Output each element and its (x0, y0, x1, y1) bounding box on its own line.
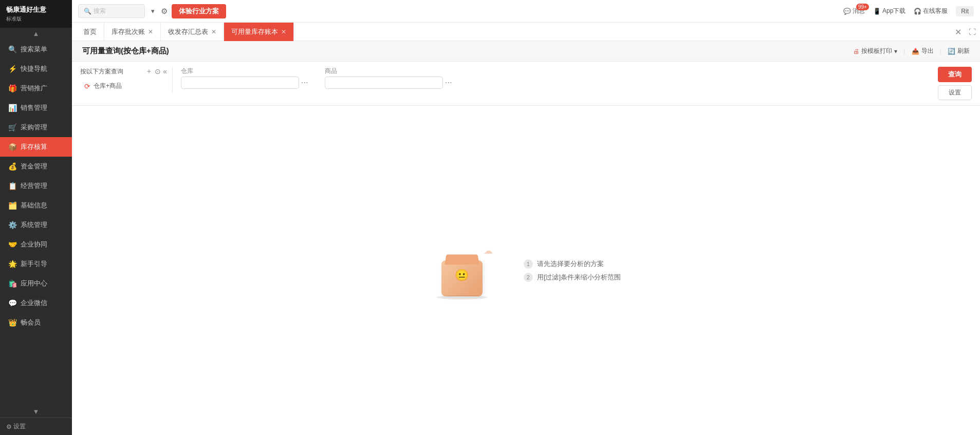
sidebar-footer[interactable]: ⚙ 设置 (0, 418, 72, 435)
scheme-collapse-btn[interactable]: « (163, 67, 167, 75)
msg-btn[interactable]: 💬 消息 99+ (843, 7, 865, 15)
sidebar-header: 畅康通好生意 标准版 (0, 0, 72, 28)
refresh-label: 刷新 (957, 47, 970, 55)
empty-shadow (436, 295, 488, 299)
sidebar-icon-purchase: 🛒 (8, 123, 16, 131)
tab-close-in-out-summary[interactable]: ✕ (211, 28, 216, 35)
print-dropdown-icon[interactable]: ▾ (894, 48, 897, 55)
user-menu-btn[interactable]: Rit (956, 6, 974, 16)
tab-label-in-out-summary: 收发存汇总表 (168, 27, 208, 36)
sidebar-label-guide: 新手引导 (21, 259, 47, 269)
goods-input[interactable] (325, 77, 443, 89)
scheme-item-warehouse-goods[interactable]: ⟳ 仓库+商品 (80, 79, 167, 93)
sidebar-label-purchase: 采购管理 (21, 123, 47, 132)
sidebar-label-operation: 经营管理 (21, 181, 47, 191)
support-label: 在线客服 (923, 7, 948, 15)
sidebar-label-app-center: 应用中心 (21, 279, 47, 288)
sidebar-item-marketing[interactable]: 🎁营销推广 (0, 79, 72, 98)
warehouse-input[interactable] (181, 77, 299, 89)
tab-batch-ledger[interactable]: 库存批次账✕ (104, 23, 161, 41)
export-icon: 📤 (912, 48, 919, 55)
sidebar-item-member[interactable]: 👑畅会员 (0, 313, 72, 332)
empty-tip-2: 2 用[过滤]条件来缩小分析范围 (524, 273, 621, 282)
sidebar-item-app-center[interactable]: 🛍️应用中心 (0, 274, 72, 293)
sidebar-label-finance: 资金管理 (21, 162, 47, 171)
sidebar-item-purchase[interactable]: 🛒采购管理 (0, 118, 72, 137)
tab-close-available-ledger[interactable]: ✕ (281, 28, 286, 35)
tabs-expand-btn[interactable]: ⛶ (969, 28, 976, 36)
sidebar-label-member: 畅会员 (21, 318, 41, 327)
tab-in-out-summary[interactable]: 收发存汇总表✕ (161, 23, 224, 41)
topbar-gear-btn[interactable]: ⚙ (161, 7, 168, 16)
sidebar-label-marketing: 营销推广 (21, 84, 47, 93)
sidebar-item-enterprise[interactable]: 🤝企业协同 (0, 235, 72, 254)
trial-btn[interactable]: 体验行业方案 (172, 4, 226, 18)
sidebar-nav: 🔍搜索菜单⚡快捷导航🎁营销推广📊销售管理🛒采购管理📦库存核算💰资金管理📋经营管理… (0, 40, 72, 406)
sidebar-icon-inventory: 📦 (8, 143, 16, 151)
empty-tips: 1 请先选择要分析的方案 2 用[过滤]条件来缩小分析范围 (524, 259, 621, 282)
sidebar-icon-enterprise: 🤝 (8, 240, 16, 249)
msg-badge: 99+ (856, 4, 869, 10)
topbar-search[interactable]: 🔍 搜索 (78, 4, 145, 18)
filter-scheme-panel: 按以下方案查询 ＋ ⊙ « ⟳ 仓库+商品 (80, 67, 173, 93)
sidebar-item-quick-nav[interactable]: ⚡快捷导航 (0, 59, 72, 79)
sidebar-label-wechat: 企业微信 (21, 298, 47, 308)
sidebar-item-sales[interactable]: 📊销售管理 (0, 98, 72, 118)
support-icon: 🎧 (914, 8, 921, 15)
scheme-settings-btn[interactable]: ⊙ (155, 67, 161, 75)
settings-icon: ⚙ (6, 423, 12, 430)
sidebar-label-system: 系统管理 (21, 220, 47, 230)
tabs-close-all-btn[interactable]: ✕ (955, 27, 961, 36)
app-label: App下载 (882, 7, 905, 15)
sidebar-item-finance[interactable]: 💰资金管理 (0, 157, 72, 176)
page-header: 可用量查询(按仓库+商品) 🖨 按模板打印 ▾ | 📤 导出 | 🔄 刷新 (72, 41, 980, 62)
sidebar-label-enterprise: 企业协同 (21, 240, 47, 249)
sidebar-scroll-down[interactable]: ▼ (0, 406, 72, 418)
export-btn[interactable]: 📤 导出 (912, 47, 934, 55)
sidebar-icon-finance: 💰 (8, 162, 16, 171)
filter-settings-btn[interactable]: 设置 (938, 85, 972, 100)
app-icon: 📱 (873, 8, 881, 15)
query-btn[interactable]: 查询 (938, 67, 972, 82)
sidebar-icon-wechat: 💬 (8, 299, 16, 307)
tab-home[interactable]: 首页 (76, 23, 104, 41)
print-btn[interactable]: 🖨 按模板打印 ▾ (853, 47, 897, 55)
sidebar-item-system[interactable]: ⚙️系统管理 (0, 215, 72, 235)
goods-filter-field: 商品 ··· (325, 67, 458, 89)
tabs-bar: 首页库存批次账✕收发存汇总表✕可用量库存账本✕✕ ⛶ (72, 23, 980, 41)
sidebar-icon-member: 👑 (8, 318, 16, 327)
tab-available-ledger[interactable]: 可用量库存账本✕ (224, 23, 294, 41)
sidebar-label-basic: 基础信息 (21, 201, 47, 210)
sidebar-item-wechat[interactable]: 💬企业微信 (0, 293, 72, 313)
empty-box: 😐 (441, 260, 483, 296)
sidebar-item-inventory[interactable]: 📦库存核算 (0, 137, 72, 157)
filter-area: 按以下方案查询 ＋ ⊙ « ⟳ 仓库+商品 仓库 ··· (72, 62, 980, 106)
topbar-right: 💬 消息 99+ 📱 App下载 🎧 在线客服 Rit (843, 6, 974, 16)
sidebar-item-search[interactable]: 🔍搜索菜单 (0, 40, 72, 59)
sidebar-icon-app-center: 🛍️ (8, 279, 16, 288)
sidebar-icon-guide: 🌟 (8, 260, 16, 268)
sidebar-item-basic[interactable]: 🗂️基础信息 (0, 196, 72, 215)
empty-section: ☁ 😐 1 请先选择要分析的方案 2 用[过滤]条件来缩小分析范围 (431, 245, 621, 296)
support-btn[interactable]: 🎧 在线客服 (914, 7, 948, 15)
sidebar: 畅康通好生意 标准版 ▲ 🔍搜索菜单⚡快捷导航🎁营销推广📊销售管理🛒采购管理📦库… (0, 0, 72, 435)
action-divider-2: | (940, 47, 941, 55)
sidebar-subtitle: 标准版 (6, 15, 66, 23)
sidebar-scroll-up[interactable]: ▲ (0, 28, 72, 40)
tip-num-1: 1 (524, 259, 533, 269)
tab-close-batch-ledger[interactable]: ✕ (148, 28, 153, 35)
warehouse-more-btn[interactable]: ··· (301, 78, 308, 87)
sidebar-label-quick-nav: 快捷导航 (21, 64, 47, 73)
sidebar-item-guide[interactable]: 🌟新手引导 (0, 254, 72, 274)
scheme-add-btn[interactable]: ＋ (145, 67, 153, 76)
warehouse-filter-field: 仓库 ··· (181, 67, 315, 89)
app-download-btn[interactable]: 📱 App下载 (873, 7, 905, 15)
topbar-dropdown-btn[interactable]: ▾ (149, 7, 157, 15)
sidebar-item-operation[interactable]: 📋经营管理 (0, 176, 72, 196)
print-label: 按模板打印 (861, 47, 892, 55)
refresh-icon: 🔄 (948, 48, 955, 55)
sidebar-icon-basic: 🗂️ (8, 201, 16, 210)
sidebar-label-search: 搜索菜单 (21, 45, 47, 54)
refresh-btn[interactable]: 🔄 刷新 (948, 47, 970, 55)
goods-more-btn[interactable]: ··· (445, 78, 452, 87)
